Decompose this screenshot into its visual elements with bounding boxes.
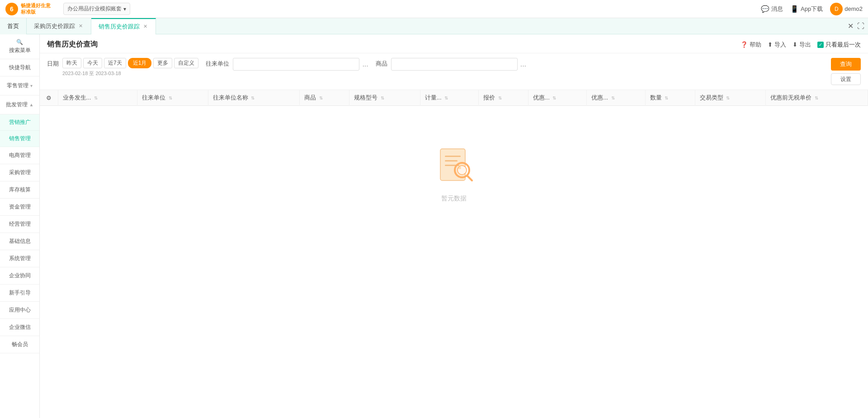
date-btn-yesterday[interactable]: 昨天: [62, 58, 81, 68]
partner-dots-icon[interactable]: ...: [362, 60, 368, 68]
partner-filter-label: 往来单位: [206, 58, 229, 68]
sidebar-item-member[interactable]: 畅会员: [0, 336, 39, 353]
settings-button[interactable]: 设置: [831, 73, 861, 85]
sort-arrows-trade-type: ⇅: [726, 95, 730, 100]
sidebar-item-wholesale[interactable]: 批发管理 ▲: [0, 95, 39, 114]
app-selector[interactable]: 办公用品行业模拟账套 ▾: [63, 3, 130, 15]
import-icon: ⬆: [768, 41, 773, 48]
import-action[interactable]: ⬆ 导入: [768, 41, 786, 49]
tab-bar-right: ✕ ⛶: [848, 22, 868, 30]
close-all-icon[interactable]: ✕: [848, 22, 854, 30]
date-btn-more[interactable]: 更多: [153, 58, 172, 68]
sidebar-item-operations[interactable]: 经营管理: [0, 216, 39, 233]
sidebar-inventory-label: 库存核算: [9, 186, 31, 194]
export-action[interactable]: ⬇ 导出: [793, 41, 811, 49]
sidebar-item-inventory[interactable]: 库存核算: [0, 181, 39, 199]
app-download-action[interactable]: 📱 App下载: [790, 5, 823, 13]
sidebar-item-finance[interactable]: 资金管理: [0, 199, 39, 216]
date-options: 昨天 今天 近7天 近1月 更多 自定义 2023-02-18 至 2023-0…: [62, 58, 198, 77]
date-btn-last1month[interactable]: 近1月: [128, 58, 152, 68]
message-label: 消息: [771, 5, 783, 13]
col-spec[interactable]: 规格型号 ⇅: [349, 90, 420, 106]
svg-rect-2: [445, 160, 458, 162]
partner-input[interactable]: [233, 58, 359, 71]
col-discount1[interactable]: 优惠... ⇅: [528, 90, 586, 106]
col-settings[interactable]: ⚙: [40, 90, 58, 106]
sidebar-item-system[interactable]: 系统管理: [0, 250, 39, 267]
sidebar-item-app-center[interactable]: 应用中心: [0, 302, 39, 319]
tab-purchase-close[interactable]: ✕: [78, 23, 84, 29]
sidebar-quick-nav-label: 快捷导航: [9, 64, 31, 71]
col-partner-name[interactable]: 往来单位名称 ⇅: [208, 90, 300, 106]
svg-rect-1: [445, 156, 461, 157]
sort-arrows-pretax-price: ⇅: [815, 95, 818, 100]
partner-input-group: ...: [233, 58, 368, 71]
col-quantity[interactable]: 数量 ⇅: [645, 90, 695, 106]
tab-home[interactable]: 首页: [0, 18, 27, 34]
empty-text: 暂元数据: [441, 195, 467, 203]
sidebar-item-purchase[interactable]: 采购管理: [0, 164, 39, 181]
help-action[interactable]: ❓ 帮助: [741, 41, 761, 49]
user-area[interactable]: D demo2: [830, 3, 863, 15]
logo-text: 畅捷通好生意 标准版: [21, 3, 51, 14]
logo-icon: 6: [5, 3, 18, 15]
sidebar-wholesale-label: 批发管理: [6, 101, 28, 109]
sidebar-sales-mgmt-label: 销售管理: [9, 135, 31, 142]
chevron-down-icon: ▾: [30, 83, 33, 88]
sort-arrows-unit: ⇅: [444, 95, 448, 100]
sidebar-system-label: 系统管理: [9, 255, 31, 262]
date-btn-last7[interactable]: 近7天: [104, 58, 126, 68]
col-trade-type[interactable]: 交易类型 ⇅: [695, 90, 765, 106]
tab-sales-history[interactable]: 销售历史价跟踪 ✕: [91, 18, 156, 34]
col-partner-code[interactable]: 往来单位 ⇅: [137, 90, 208, 106]
date-filter-label: 日期: [47, 58, 59, 68]
sidebar-finance-label: 资金管理: [9, 203, 31, 211]
sidebar-item-search[interactable]: 🔍 搜索菜单: [0, 34, 39, 59]
sidebar-item-guide[interactable]: 新手引导: [0, 285, 39, 302]
last-only-checkbox[interactable]: ✓ 只看最后一次: [817, 41, 861, 49]
col-pretax-price[interactable]: 优惠前无税单价 ⇅: [765, 90, 868, 106]
sidebar-item-ecommerce[interactable]: 电商管理: [0, 147, 39, 164]
partner-filter-group: 往来单位 ...: [206, 58, 368, 71]
tab-sales-close[interactable]: ✕: [142, 23, 148, 30]
col-price[interactable]: 报价 ⇅: [478, 90, 528, 106]
message-action[interactable]: 💬 消息: [761, 5, 783, 13]
sidebar-item-quick-nav[interactable]: 快捷导航: [0, 59, 39, 76]
tab-purchase-history[interactable]: 采购历史价跟踪 ✕: [27, 18, 91, 34]
query-button[interactable]: 查询: [831, 58, 861, 71]
sidebar-purchase-label: 采购管理: [9, 169, 31, 176]
sidebar-item-cooperation[interactable]: 企业协同: [0, 267, 39, 285]
product-dots-icon[interactable]: ...: [520, 60, 526, 68]
col-discount2[interactable]: 优惠... ⇅: [587, 90, 645, 106]
sidebar-wechat-label: 企业微信: [9, 323, 31, 331]
sidebar-item-sales-mgmt[interactable]: 销售管理: [0, 131, 39, 147]
message-icon: 💬: [761, 5, 769, 13]
sidebar-item-basic-info[interactable]: 基础信息: [0, 233, 39, 250]
sidebar-item-marketing[interactable]: 营销推广: [0, 114, 39, 131]
user-name: demo2: [844, 5, 863, 12]
col-unit[interactable]: 计量... ⇅: [420, 90, 478, 106]
product-input[interactable]: [391, 58, 518, 71]
help-label: 帮助: [750, 41, 761, 49]
date-buttons: 昨天 今天 近7天 近1月 更多 自定义: [62, 58, 198, 68]
tab-home-label: 首页: [7, 22, 19, 30]
col-product[interactable]: 商品 ⇅: [300, 90, 349, 106]
expand-icon[interactable]: ⛶: [857, 22, 864, 30]
sidebar-item-wechat[interactable]: 企业微信: [0, 319, 39, 336]
app-download-icon: 📱: [790, 5, 799, 13]
sidebar: 🔍 搜索菜单 快捷导航 零售管理 ▾ 批发管理 ▲ 营销推广 销售管理 电商管理…: [0, 34, 40, 418]
help-icon: ❓: [741, 41, 748, 48]
header-right: 💬 消息 📱 App下载 D demo2: [761, 3, 863, 15]
date-btn-today[interactable]: 今天: [83, 58, 102, 68]
app-selector-label: 办公用品行业模拟账套: [67, 5, 122, 13]
date-btn-custom[interactable]: 自定义: [174, 58, 198, 68]
sort-arrows-product: ⇅: [319, 95, 323, 100]
date-filter-group: 日期 昨天 今天 近7天 近1月 更多 自定义 2023-02-18 至 202…: [47, 58, 198, 77]
sidebar-item-retail[interactable]: 零售管理 ▾: [0, 76, 39, 95]
col-biz-date[interactable]: 业务发生... ⇅: [58, 90, 137, 106]
sidebar-ecommerce-label: 电商管理: [9, 152, 31, 159]
product-input-group: ...: [391, 58, 526, 71]
sort-arrows-quantity: ⇅: [665, 95, 668, 100]
sidebar-guide-label: 新手引导: [9, 289, 31, 297]
content-area: 销售历史价查询 ❓ 帮助 ⬆ 导入 ⬇ 导出 ✓ 只看最后一次: [40, 34, 868, 418]
